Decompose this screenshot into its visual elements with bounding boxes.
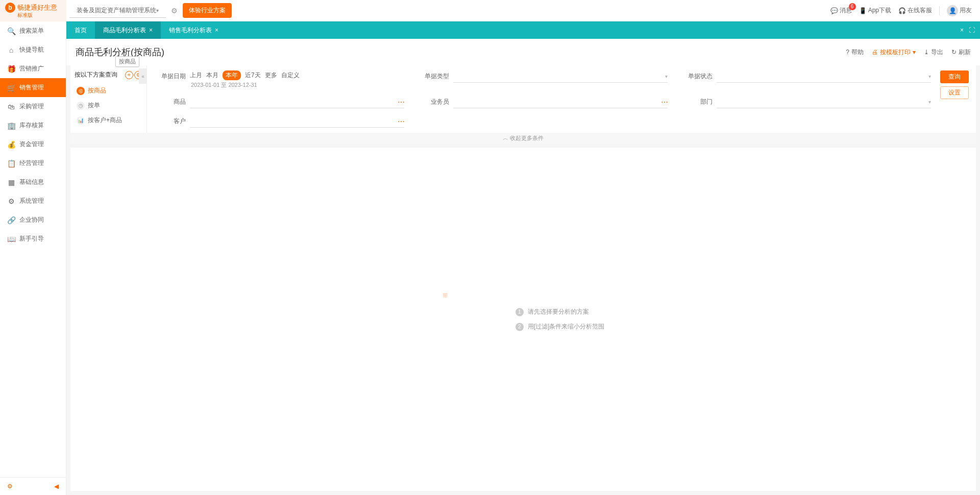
close-icon[interactable]: × <box>149 27 153 34</box>
help-button[interactable]: ? 帮助 <box>846 48 864 57</box>
sidebar-item-quick-nav[interactable]: ⌂ 快捷导航 <box>0 40 66 59</box>
add-scheme-icon[interactable]: + <box>125 71 133 79</box>
sidebar-item-label: 库存核算 <box>19 121 44 130</box>
sidebar-item-guide[interactable]: 📖 新手引导 <box>0 229 66 248</box>
salesperson-input[interactable]: ⋯ <box>453 96 668 108</box>
footer-collapse-icon[interactable]: ◀ <box>54 483 59 490</box>
print-button[interactable]: 🖨 按模板打印 ▾ <box>872 48 916 57</box>
chart-icon: 📊 <box>77 116 85 125</box>
tab-label: 商品毛利分析表 <box>103 26 146 35</box>
tab-label: 首页 <box>75 26 87 35</box>
clipboard-icon: 📋 <box>7 159 15 168</box>
scheme-collapse-button[interactable]: « <box>139 68 147 84</box>
sidebar-item-base-info[interactable]: ▦ 基础信息 <box>0 173 66 192</box>
export-icon: ⤓ <box>924 49 929 56</box>
bill-status-select[interactable]: ▾ <box>717 70 931 83</box>
sidebar-item-funds[interactable]: 💰 资金管理 <box>0 135 66 154</box>
search-icon: 🔍 <box>7 27 15 35</box>
sidebar-item-marketing[interactable]: 🎁 营销推广 <box>0 59 66 78</box>
scheme-by-product[interactable]: ◎ 按商品 <box>75 83 142 98</box>
date-7days[interactable]: 近7天 <box>245 71 261 80</box>
message-badge: 6 <box>849 3 856 10</box>
tab-home[interactable]: 首页 <box>66 21 95 39</box>
filter-product-label: 商品 <box>156 96 186 106</box>
sidebar-item-business[interactable]: 📋 经营管理 <box>0 154 66 173</box>
query-button[interactable]: 查询 <box>940 70 969 83</box>
app-download-button[interactable]: 📱 App下载 <box>859 6 891 15</box>
sidebar-item-purchase[interactable]: 🛍 采购管理 <box>0 97 66 116</box>
date-more[interactable]: 更多 <box>265 71 277 80</box>
date-custom[interactable]: 自定义 <box>281 71 300 80</box>
list-icon: ▦ <box>7 178 15 186</box>
sidebar-item-label: 搜索菜单 <box>19 27 44 35</box>
scheme-label: 按客户+商品 <box>88 116 122 125</box>
export-label: 导出 <box>931 48 943 57</box>
footer-gear-icon[interactable]: ⚙ <box>7 483 13 490</box>
date-range-display: 2023-01-01 至 2023-12-31 <box>191 81 404 89</box>
filter-buttons: 查询 设置 <box>940 65 976 133</box>
industry-plan-button[interactable]: 体验行业方案 <box>183 3 232 18</box>
refresh-label: 刷新 <box>959 48 971 57</box>
filter-panel: 按商品 按以下方案查询 + ⚙ « ◎ 按商品 ◷ <box>70 65 976 133</box>
date-last-month[interactable]: 上月 <box>190 71 202 80</box>
date-quick-select: 上月 本月 本年 近7天 更多 自定义 <box>190 70 404 80</box>
sidebar-item-system[interactable]: ⚙ 系统管理 <box>0 192 66 210</box>
clock-icon: ◷ <box>77 102 85 110</box>
dept-select[interactable]: ▾ <box>717 96 931 108</box>
empty-steps: 1 请先选择要分析的方案 2 用[过滤]条件来缩小分析范围 <box>516 308 605 331</box>
customer-input[interactable]: ⋯ <box>190 115 404 128</box>
phone-icon: 📱 <box>859 7 867 14</box>
user-menu[interactable]: 👤 用友 <box>947 5 972 16</box>
chevron-down-icon: ▾ <box>928 74 931 79</box>
content-area: 1 请先选择要分析的方案 2 用[过滤]条件来缩小分析范围 <box>70 148 976 491</box>
bill-type-select[interactable]: ▾ <box>453 70 668 83</box>
close-icon[interactable]: × <box>215 27 218 34</box>
sidebar-item-label: 采购管理 <box>19 102 44 111</box>
top-header: b 畅捷通好生意 标准版 装备及固定资产辅助管理系统 ▾ ⚙ 体验行业方案 💬 … <box>0 0 980 21</box>
system-selector[interactable]: 装备及固定资产辅助管理系统 ▾ <box>69 4 166 18</box>
settings-button[interactable]: 设置 <box>940 86 969 99</box>
scheme-by-customer-product[interactable]: 📊 按客户+商品 <box>75 113 142 128</box>
page-title-bar: 商品毛利分析(按商品) ? 帮助 🖨 按模板打印 ▾ ⤓ 导出 ↻ 刷新 <box>66 39 980 65</box>
scheme-tooltip: 按商品 <box>115 56 139 67</box>
step-text: 用[过滤]条件来缩小分析范围 <box>528 322 605 331</box>
home-icon: ⌂ <box>7 46 15 54</box>
tab-label: 销售毛利分析表 <box>169 26 212 35</box>
sidebar-item-search[interactable]: 🔍 搜索菜单 <box>0 21 66 40</box>
settings-gear-icon[interactable]: ⚙ <box>171 7 178 15</box>
chevron-down-icon: ▾ <box>928 99 931 105</box>
filter-customer-label: 客户 <box>156 115 186 126</box>
headset-icon: 🎧 <box>898 7 906 14</box>
product-input[interactable]: ⋯ <box>190 96 404 108</box>
scheme-by-bill[interactable]: ◷ 按单 <box>75 98 142 113</box>
chevron-down-icon: ▾ <box>665 74 668 79</box>
tab-close-all-icon[interactable]: × <box>960 27 964 34</box>
tab-product-profit[interactable]: 商品毛利分析表 × <box>95 21 161 39</box>
svg-rect-0 <box>443 293 447 297</box>
sidebar-item-sales[interactable]: 🛒 销售管理 <box>0 78 66 97</box>
online-service-button[interactable]: 🎧 在线客服 <box>898 6 932 15</box>
refresh-button[interactable]: ↻ 刷新 <box>951 48 971 57</box>
date-this-month[interactable]: 本月 <box>206 71 218 80</box>
filter-dept-label: 部门 <box>683 96 713 106</box>
tab-bar: 首页 商品毛利分析表 × 销售毛利分析表 × × ⛶ <box>66 21 980 39</box>
date-this-year[interactable]: 本年 <box>223 70 241 80</box>
sidebar-item-label: 新手引导 <box>19 234 44 243</box>
export-button[interactable]: ⤓ 导出 <box>924 48 943 57</box>
sidebar: 🔍 搜索菜单 ⌂ 快捷导航 🎁 营销推广 🛒 销售管理 🛍 采购管理 🏢 库存核… <box>0 21 66 495</box>
svg-point-1 <box>444 295 445 295</box>
print-icon: 🖨 <box>872 49 878 56</box>
sidebar-item-collab[interactable]: 🔗 企业协同 <box>0 210 66 229</box>
help-icon: ? <box>846 49 849 56</box>
help-label: 帮助 <box>851 48 864 57</box>
svg-point-3 <box>443 297 448 298</box>
collapse-conditions-bar[interactable]: ︿ 收起更多条件 <box>70 133 976 144</box>
main-area: 首页 商品毛利分析表 × 销售毛利分析表 × × ⛶ 商品毛利分析(按商品) ?… <box>66 21 980 495</box>
messages-button[interactable]: 💬 消息 6 <box>830 6 852 15</box>
filter-customer: 客户 ⋯ <box>156 115 404 128</box>
tab-sales-profit[interactable]: 销售毛利分析表 × <box>161 21 227 39</box>
fullscreen-icon[interactable]: ⛶ <box>969 27 975 34</box>
sidebar-item-inventory[interactable]: 🏢 库存核算 <box>0 116 66 135</box>
step-2: 2 用[过滤]条件来缩小分析范围 <box>516 322 605 331</box>
warehouse-icon: 🏢 <box>7 122 15 130</box>
